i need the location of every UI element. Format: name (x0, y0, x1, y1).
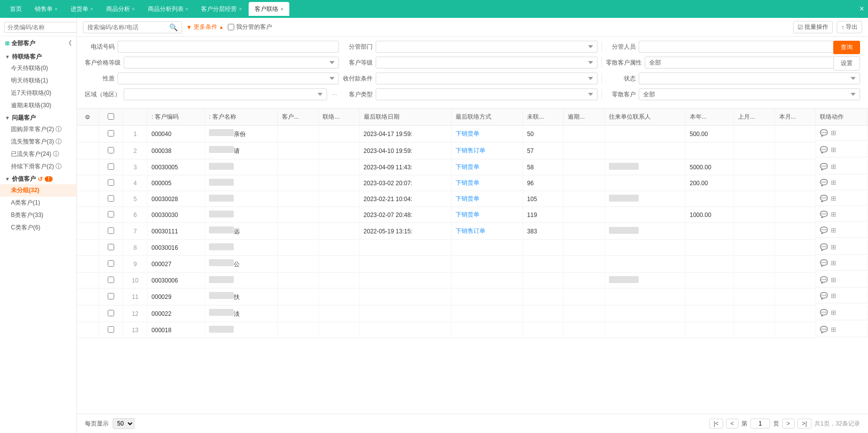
grid-action-icon[interactable]: ⊞ (831, 243, 836, 251)
main-search-input[interactable] (87, 24, 167, 31)
phone-action-icon[interactable]: 💬 (820, 259, 828, 267)
tab-purchase-close[interactable]: × (90, 6, 93, 12)
last-contact-way-link[interactable]: 下销货单 (456, 211, 479, 218)
phone-action-icon[interactable]: 💬 (820, 292, 828, 299)
phone-action-icon[interactable]: 💬 (820, 276, 828, 284)
sidebar-all-customers[interactable]: ⊞ 全部客户 《 (0, 36, 76, 51)
sidebar-collapse-icon[interactable]: 《 (66, 39, 71, 48)
tab-customer-tier-close[interactable]: × (239, 6, 242, 12)
tab-sales[interactable]: 销售单 × (29, 2, 64, 16)
phone-action-icon[interactable]: 💬 (820, 129, 828, 137)
tab-customer-contact[interactable]: 客户联络 × (249, 2, 289, 16)
sidebar-item-declining[interactable]: 持续下滑客户(2) ⓘ (0, 160, 76, 173)
next-page-button[interactable]: > (782, 419, 795, 429)
col-type[interactable]: 客户... (277, 109, 318, 126)
query-button[interactable]: 查询 (833, 41, 860, 54)
row-checkbox[interactable] (108, 310, 114, 316)
sidebar-item-tomorrow[interactable]: 明天待联络(1) (0, 74, 76, 87)
col-no-contact[interactable]: 未联... (523, 109, 564, 126)
row-checkbox[interactable] (108, 277, 114, 283)
sidebar-item-loss-warning[interactable]: 流失预警客户(3) ⓘ (0, 136, 76, 148)
grid-action-icon[interactable]: ⊞ (831, 211, 836, 218)
more-conditions-button[interactable]: ▼ 更多条件 ▲ (186, 23, 224, 31)
tab-purchase[interactable]: 进货单 × (65, 2, 99, 16)
col-this-month[interactable]: 本月... (775, 109, 815, 126)
filter-retail-attr-select[interactable]: 全部 (645, 57, 860, 69)
tab-sales-close[interactable]: × (55, 6, 58, 12)
tab-goods-list[interactable]: 商品分析列表 × (142, 2, 195, 16)
per-page-select[interactable]: 50 (113, 418, 134, 429)
filter-status-select[interactable] (639, 72, 860, 84)
prev-page-button[interactable]: < (726, 419, 738, 429)
last-contact-way-link[interactable]: 下销售订单 (456, 147, 485, 154)
refresh-icon[interactable]: ↺ (38, 176, 43, 183)
last-contact-way-link[interactable]: 下销货单 (456, 163, 479, 170)
filter-dept-select[interactable] (376, 41, 597, 53)
col-checkbox[interactable] (99, 109, 123, 126)
grid-action-icon[interactable]: ⊞ (831, 163, 836, 170)
col-overdue[interactable]: 逾期... (564, 109, 604, 126)
phone-action-icon[interactable]: 💬 (820, 243, 828, 251)
row-checkbox[interactable] (108, 227, 114, 234)
grid-action-icon[interactable]: ⊞ (831, 129, 836, 137)
sidebar-item-abnormal[interactable]: 固购异常客户(2) ⓘ (0, 123, 76, 136)
export-button[interactable]: ↑ 导出 (837, 21, 862, 33)
sidebar-group-pending[interactable]: ▼ 待联络客户 (0, 51, 76, 62)
row-checkbox[interactable] (108, 260, 114, 267)
sidebar-group-value[interactable]: ▼ 价值客户 ↺ ! (0, 173, 76, 184)
sidebar-group-problem[interactable]: ▼ 问题客户 (0, 112, 76, 123)
reset-button[interactable]: 设置 (833, 56, 860, 71)
phone-action-icon[interactable]: 💬 (820, 326, 828, 333)
col-settings[interactable]: ⚙ (77, 109, 99, 126)
phone-action-icon[interactable]: 💬 (820, 309, 828, 316)
last-page-button[interactable]: >| (798, 419, 811, 429)
grid-action-icon[interactable]: ⊞ (831, 226, 836, 234)
row-checkbox[interactable] (108, 130, 114, 137)
col-this-year[interactable]: 本年... (685, 109, 734, 126)
filter-customer-level-select[interactable] (376, 57, 597, 69)
grid-action-icon[interactable]: ⊞ (831, 326, 836, 333)
sidebar-item-overdue[interactable]: 逾期未联络(30) (0, 99, 76, 112)
row-checkbox[interactable] (108, 179, 114, 186)
col-last-date[interactable]: 最后联络日期 (359, 109, 452, 126)
col-last-way[interactable]: 最后联络方式 (452, 109, 523, 126)
phone-action-icon[interactable]: 💬 (820, 179, 828, 186)
page-number-input[interactable] (750, 419, 770, 429)
tab-goods-list-close[interactable]: × (186, 6, 189, 12)
row-checkbox[interactable] (108, 293, 114, 299)
last-contact-way-link[interactable]: 下销货单 (456, 130, 479, 137)
my-customers-checkbox[interactable] (228, 24, 234, 30)
grid-action-icon[interactable]: ⊞ (831, 259, 836, 267)
row-checkbox[interactable] (108, 195, 114, 202)
filter-phone-input[interactable] (118, 41, 339, 53)
sidebar-item-unclassified[interactable]: 未分组(32) (0, 184, 76, 197)
grid-action-icon[interactable]: ⊞ (831, 276, 836, 284)
row-checkbox[interactable] (108, 211, 114, 217)
grid-action-icon[interactable]: ⊞ (831, 146, 836, 153)
sidebar-item-today[interactable]: 今天待联络(0) (0, 62, 76, 74)
tab-goods-analysis[interactable]: 商品分析 × (100, 2, 141, 16)
sidebar-item-class-c[interactable]: C类客户(6) (0, 221, 76, 234)
sidebar-item-class-a[interactable]: A类客户(1) (0, 197, 76, 209)
sidebar-item-class-b[interactable]: B类客户(33) (0, 209, 76, 221)
phone-action-icon[interactable]: 💬 (820, 211, 828, 218)
last-contact-way-link[interactable]: 下销货单 (456, 179, 479, 186)
phone-action-icon[interactable]: 💬 (820, 146, 828, 153)
filter-region-select[interactable] (124, 88, 327, 100)
phone-action-icon[interactable]: 💬 (820, 163, 828, 170)
col-contact[interactable]: 联络... (319, 109, 359, 126)
row-checkbox[interactable] (108, 244, 114, 250)
last-contact-way-link[interactable]: 下销售订单 (456, 227, 485, 234)
filter-retail-customer-select[interactable]: 全部 (639, 88, 860, 100)
last-contact-way-link[interactable]: 下销货单 (456, 195, 479, 202)
phone-action-icon[interactable]: 💬 (820, 226, 828, 234)
grid-action-icon[interactable]: ⊞ (831, 195, 836, 202)
filter-region-ellipsis[interactable]: ··· (330, 91, 339, 98)
tab-goods-analysis-close[interactable]: × (132, 6, 135, 12)
window-close-button[interactable]: × (860, 5, 864, 13)
grid-action-icon[interactable]: ⊞ (831, 292, 836, 299)
filter-customer-type-select[interactable] (376, 88, 597, 100)
tab-home[interactable]: 首页 (4, 2, 28, 16)
col-code[interactable]: : 客户编码 (147, 109, 205, 126)
tab-customer-contact-close[interactable]: × (280, 6, 283, 12)
